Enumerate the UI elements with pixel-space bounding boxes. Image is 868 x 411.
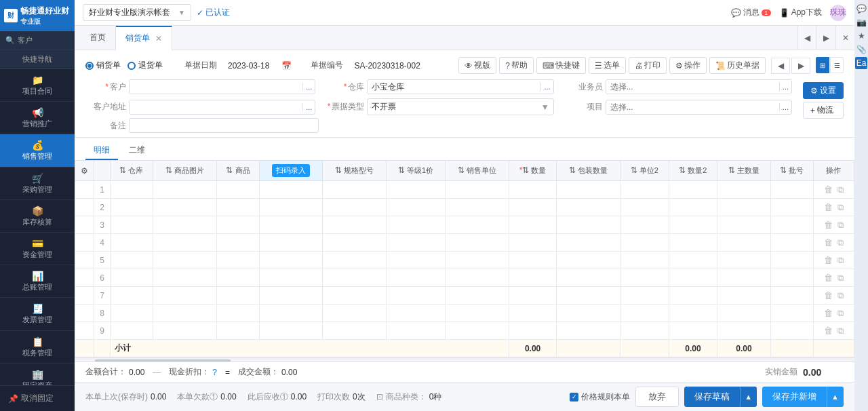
save-new-btn[interactable]: 保存并新增 [762, 387, 827, 407]
toolbar-print-btn[interactable]: 🖨 打印 [629, 57, 667, 74]
delete-icon-3[interactable]: 🗑 [824, 220, 833, 230]
sidebar-item-assets[interactable]: 🏢 固定资产 [0, 364, 75, 385]
toolbar-select-btn[interactable]: ☰ 选单 [589, 57, 626, 74]
radio-return-order[interactable]: 退货单 [127, 60, 163, 71]
form-nav-next[interactable]: ▶ [791, 58, 810, 74]
th-batch-import[interactable]: 扫码录入 [259, 161, 322, 181]
copy-icon-7[interactable]: ⧉ [837, 290, 844, 300]
price-rule-checkbox[interactable]: 价格规则本单 [570, 391, 630, 403]
sidebar-item-purchase[interactable]: 🛒 采购管理 [0, 168, 75, 200]
messages-btn[interactable]: 💬 消息 1 [731, 7, 771, 18]
td-pack-qty-1[interactable] [556, 181, 620, 199]
right-panel-icon-4[interactable]: 📎 [855, 43, 867, 56]
delete-icon-7[interactable]: 🗑 [824, 290, 833, 300]
setup-btn[interactable]: ⚙ 设置 [803, 82, 844, 99]
th-spec[interactable]: ⇅ 规格型号 [322, 161, 386, 181]
td-batch-1[interactable] [770, 181, 813, 199]
td-product-1[interactable] [217, 181, 260, 199]
save-new-arrow-btn[interactable]: ▲ [827, 387, 844, 407]
copy-icon-2[interactable]: ⧉ [837, 202, 844, 212]
right-panel-icon-1[interactable]: 💬 [855, 3, 867, 15]
th-settings[interactable]: ⚙ [75, 161, 94, 181]
delete-icon-8[interactable]: 🗑 [824, 308, 833, 318]
toolbar-shortcut-btn[interactable]: ⌨ 快捷键 [536, 57, 586, 74]
sidebar-item-marketing[interactable]: 📢 营销推广 [0, 102, 75, 134]
customer-dots-btn[interactable]: ... [302, 83, 315, 91]
salesperson-input[interactable] [606, 80, 779, 94]
delete-icon-1[interactable]: 🗑 [824, 184, 833, 195]
tab-nav-prev[interactable]: ◀ [797, 26, 816, 50]
delete-icon-5[interactable]: 🗑 [824, 255, 833, 265]
th-batch[interactable]: ⇅ 批号 [770, 161, 813, 181]
right-panel-icon-2[interactable]: 📷 [855, 16, 867, 28]
save-draft-arrow-btn[interactable]: ▲ [740, 387, 757, 407]
th-warehouse[interactable]: ⇅ 仓库 [111, 161, 153, 181]
number-value[interactable]: SA-20230318-002 [354, 61, 420, 71]
td-batch-import-1[interactable] [259, 181, 322, 199]
logistics-btn[interactable]: + 物流 [803, 102, 844, 119]
tab-nav-next[interactable]: ▶ [816, 26, 835, 50]
table-view-btn[interactable]: ⊞ [816, 57, 829, 73]
calendar-icon[interactable]: 📅 [281, 61, 292, 71]
th-quantity[interactable]: *⇅ 数量 [509, 161, 557, 181]
th-pack-qty[interactable]: ⇅ 包装数量 [556, 161, 620, 181]
save-draft-btn[interactable]: 保存草稿 [684, 387, 740, 407]
project-dots-btn[interactable]: ... [779, 103, 791, 111]
tab-2d[interactable]: 二维 [121, 142, 153, 160]
sidebar-item-sales[interactable]: 💰 销售管理 [0, 134, 75, 167]
copy-icon-8[interactable]: ⧉ [837, 308, 844, 318]
sidebar-item-funds[interactable]: 💳 资金管理 [0, 233, 75, 265]
salesperson-dots-btn[interactable]: ... [779, 83, 791, 91]
th-product[interactable]: ⇅ 商品 [217, 161, 260, 181]
sidebar-item-projects[interactable]: 📁 项目合同 [0, 69, 75, 102]
tab-close-icon[interactable]: ✕ [155, 34, 162, 43]
td-qty2-1[interactable] [669, 181, 717, 199]
th-qty2[interactable]: ⇅ 数量2 [669, 161, 717, 181]
td-unit2-1[interactable] [620, 181, 669, 199]
warehouse-dots-btn[interactable]: ... [540, 83, 553, 91]
copy-icon-5[interactable]: ⧉ [837, 255, 844, 265]
delete-icon-4[interactable]: 🗑 [824, 237, 833, 248]
toolbar-view-btn[interactable]: 👁 视版 [458, 57, 496, 74]
toolbar-help-btn[interactable]: ? 帮助 [499, 57, 534, 74]
copy-icon-9[interactable]: ⧉ [837, 326, 844, 336]
tab-detail[interactable]: 明细 [85, 142, 118, 160]
copy-icon-3[interactable]: ⧉ [837, 220, 844, 230]
user-menu[interactable]: 珠珠 [830, 5, 846, 21]
tab-home[interactable]: 首页 [80, 26, 116, 50]
radio-sales-order[interactable]: 销货单 [85, 60, 121, 71]
th-product-img[interactable]: ⇅ 商品图片 [153, 161, 216, 181]
sidebar-item-tax[interactable]: 📋 税务管理 [0, 331, 75, 364]
abandon-btn[interactable]: 放弃 [635, 387, 679, 407]
delete-icon-9[interactable]: 🗑 [824, 326, 833, 336]
right-panel-icon-5[interactable]: Ea [855, 57, 867, 69]
app-download-btn[interactable]: 📱 App下载 [779, 7, 822, 18]
customer-addr-input[interactable] [130, 100, 302, 114]
sidebar-item-inventory[interactable]: 📦 库存核算 [0, 200, 75, 233]
td-quantity-1[interactable] [509, 181, 557, 199]
company-selector[interactable]: 好业财专业版演示帐套 ▼ [83, 4, 191, 21]
horizontal-scrollbar[interactable] [75, 357, 854, 361]
date-value[interactable]: 2023-03-18 [228, 61, 269, 71]
copy-icon-1[interactable]: ⧉ [837, 184, 844, 195]
customer-input[interactable] [130, 80, 302, 94]
th-main-qty[interactable]: ⇅ 主数量 [717, 161, 771, 181]
td-grade-price-1[interactable] [386, 181, 445, 199]
sidebar-cancel-fixed[interactable]: 📌 取消固定 [4, 390, 71, 407]
copy-icon-4[interactable]: ⧉ [837, 237, 844, 248]
tab-nav-close[interactable]: ✕ [835, 26, 854, 50]
delete-icon-2[interactable]: 🗑 [824, 202, 833, 212]
tab-sales-order[interactable]: 销货单 ✕ [116, 26, 172, 50]
list-view-btn[interactable]: ☰ [830, 57, 844, 73]
copy-icon-6[interactable]: ⧉ [837, 273, 844, 283]
right-panel-icon-3[interactable]: ★ [855, 30, 867, 42]
th-unit2[interactable]: ⇅ 单位2 [620, 161, 669, 181]
remark-input[interactable] [129, 118, 319, 133]
search-menu[interactable]: 🔍 客户 [0, 31, 75, 50]
customer-addr-dots-btn[interactable]: ... [302, 103, 315, 111]
batch-import-btn[interactable]: 扫码录入 [272, 164, 310, 177]
toolbar-history-btn[interactable]: 📜 历史单据 [709, 57, 766, 74]
td-main-qty-1[interactable] [717, 181, 771, 199]
toolbar-ops-btn[interactable]: ⚙ 操作 [669, 57, 707, 74]
th-sales-unit[interactable]: ⇅ 销售单位 [446, 161, 509, 181]
